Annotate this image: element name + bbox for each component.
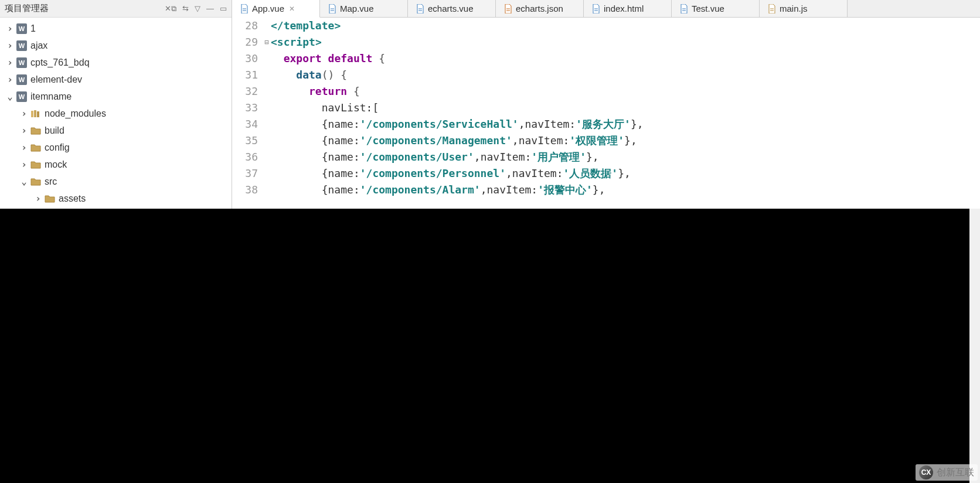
tree-item[interactable]: ⌄src xyxy=(0,173,232,190)
editor-body[interactable]: 2829303132333435363738 ⊟ </template><scr… xyxy=(232,18,980,209)
fold-toggle-icon xyxy=(263,116,271,132)
project-icon: W xyxy=(16,57,27,68)
code-line[interactable]: export default { xyxy=(271,50,980,67)
editor-tabs: App.vue✕Map.vueecharts.vueecharts.jsonin… xyxy=(232,0,980,18)
fold-toggle-icon xyxy=(263,18,271,34)
link-editor-icon[interactable]: ⇆ xyxy=(182,4,189,13)
folder-icon xyxy=(30,159,41,170)
restore-icon[interactable]: ▭ xyxy=(220,4,227,13)
fold-column: ⊟ xyxy=(263,18,271,209)
project-tree: ›W1›Wajax›Wcpts_761_bdq›Welement-dev⌄Wit… xyxy=(0,18,232,209)
code-line[interactable]: {name:'/components/Management',navItem:'… xyxy=(271,132,980,149)
twisty-icon[interactable]: › xyxy=(6,23,14,34)
project-explorer-title: 项目管理器 xyxy=(5,3,161,14)
tree-item[interactable]: ›node_modules xyxy=(0,105,232,122)
fold-toggle-icon xyxy=(263,132,271,149)
code-line[interactable]: </template> xyxy=(271,18,980,34)
close-icon[interactable]: ✕ xyxy=(165,4,171,13)
tab-label: App.vue xyxy=(252,4,284,13)
tree-item[interactable]: ›W1 xyxy=(0,20,232,37)
twisty-icon[interactable]: › xyxy=(20,125,28,136)
code-line[interactable]: return { xyxy=(271,83,980,100)
line-number: 28 xyxy=(232,18,258,34)
project-explorer-panel: 项目管理器 ✕ ⧉ ⇆ ▽ — ▭ ›W1›Wajax›Wcpts_761_bd… xyxy=(0,0,232,209)
project-icon: W xyxy=(16,23,27,34)
line-number: 32 xyxy=(232,83,258,100)
line-number: 29 xyxy=(232,34,258,50)
code-line[interactable]: {name:'/components/Alarm',navItem:'报警中心'… xyxy=(271,182,980,198)
code-line[interactable]: navList:[ xyxy=(271,100,980,116)
tab-close-icon[interactable]: ✕ xyxy=(289,5,295,13)
file-icon xyxy=(328,5,336,13)
folder-icon xyxy=(30,176,41,187)
tree-item-label: element-dev xyxy=(30,74,82,85)
editor-tab[interactable]: main.js xyxy=(760,0,848,17)
view-menu-icon[interactable]: ▽ xyxy=(195,4,200,13)
tree-item[interactable]: ›build xyxy=(0,122,232,139)
twisty-icon[interactable]: › xyxy=(34,193,42,204)
tab-label: index.html xyxy=(604,4,644,13)
code-line[interactable]: {name:'/components/Personnel',navItem:'人… xyxy=(271,165,980,182)
tree-item[interactable]: ⌄Witemname xyxy=(0,88,232,105)
fold-toggle-icon xyxy=(263,165,271,182)
tab-label: main.js xyxy=(780,4,808,13)
minimize-icon[interactable]: — xyxy=(206,4,214,13)
fold-toggle-icon xyxy=(263,149,271,165)
code-content[interactable]: </template><script> export default { dat… xyxy=(271,18,980,209)
tree-item-label: assets xyxy=(59,193,86,204)
line-number-gutter: 2829303132333435363738 xyxy=(232,18,263,209)
tab-label: Test.vue xyxy=(692,4,724,13)
file-icon xyxy=(416,5,424,13)
tree-item[interactable]: ›Welement-dev xyxy=(0,71,232,88)
fold-toggle-icon[interactable]: ⊟ xyxy=(263,34,271,50)
twisty-icon[interactable]: › xyxy=(6,74,14,85)
tree-item-label: config xyxy=(45,142,70,153)
twisty-icon[interactable]: › xyxy=(6,40,14,51)
tree-item-label: build xyxy=(45,125,64,136)
project-icon: W xyxy=(16,40,27,51)
tree-item-label: itemname xyxy=(30,91,72,102)
file-icon xyxy=(592,5,600,13)
twisty-icon[interactable]: › xyxy=(20,108,28,119)
watermark-text: 创新互联 xyxy=(937,467,974,479)
library-icon xyxy=(30,108,41,119)
twisty-icon[interactable]: ⌄ xyxy=(6,91,14,102)
folder-icon xyxy=(45,193,55,204)
code-line[interactable]: <script> xyxy=(271,34,980,50)
line-number: 35 xyxy=(232,132,258,149)
twisty-icon[interactable]: › xyxy=(6,57,14,68)
project-icon: W xyxy=(16,74,27,85)
editor-tab[interactable]: echarts.json xyxy=(496,0,584,17)
code-line[interactable]: {name:'/components/User',navItem:'用户管理'}… xyxy=(271,149,980,165)
line-number: 34 xyxy=(232,116,258,132)
editor-tab[interactable]: App.vue✕ xyxy=(232,0,320,18)
collapse-all-icon[interactable]: ⧉ xyxy=(171,4,176,13)
editor-tab[interactable]: echarts.vue xyxy=(408,0,496,17)
twisty-icon[interactable]: › xyxy=(20,159,28,170)
project-explorer-toolbar: ⧉ ⇆ ▽ — ▭ xyxy=(171,4,227,13)
line-number: 33 xyxy=(232,100,258,116)
fold-toggle-icon xyxy=(263,83,271,100)
fold-toggle-icon xyxy=(263,182,271,198)
tree-item[interactable]: ›Wajax xyxy=(0,37,232,54)
editor-tab[interactable]: Map.vue xyxy=(320,0,408,17)
svg-rect-0 xyxy=(31,111,33,117)
tree-item[interactable]: ›assets xyxy=(0,190,232,207)
editor-tab[interactable]: Test.vue xyxy=(672,0,760,17)
tree-item[interactable]: ›Wcpts_761_bdq xyxy=(0,54,232,71)
file-icon xyxy=(504,5,512,13)
svg-rect-1 xyxy=(34,110,36,117)
code-line[interactable]: {name:'/components/ServiceHall',navItem:… xyxy=(271,116,980,132)
twisty-icon[interactable]: › xyxy=(20,142,28,153)
tree-item[interactable]: ›mock xyxy=(0,156,232,173)
editor-tab[interactable]: index.html xyxy=(584,0,672,17)
file-icon xyxy=(680,5,688,13)
tree-item[interactable]: ›config xyxy=(0,139,232,156)
tree-item-label: ajax xyxy=(30,40,47,51)
line-number: 31 xyxy=(232,67,258,83)
twisty-icon[interactable]: ⌄ xyxy=(20,176,28,187)
code-line[interactable]: data() { xyxy=(271,67,980,83)
svg-rect-2 xyxy=(37,111,39,117)
line-number: 36 xyxy=(232,149,258,165)
fold-toggle-icon xyxy=(263,100,271,116)
